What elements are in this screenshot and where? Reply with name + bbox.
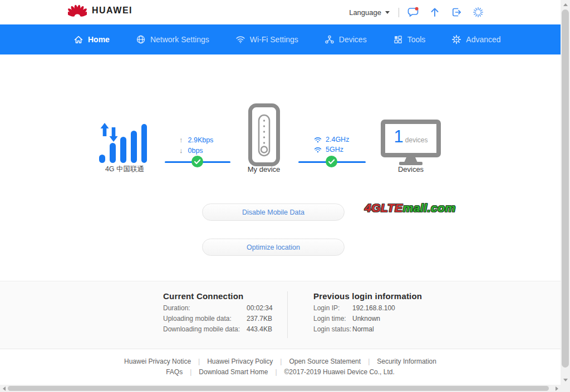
- device-count-unit: devices: [405, 136, 428, 144]
- logout-icon[interactable]: [450, 6, 463, 18]
- triangle-right-icon: [556, 386, 558, 391]
- footer-link-privacy-notice[interactable]: Huawei Privacy Notice: [124, 358, 191, 365]
- info-value: 00:02:34: [247, 305, 273, 311]
- tools-icon: [393, 34, 403, 44]
- device-count: 1: [394, 127, 404, 147]
- footer-links-row-2: FAQs | Download Smart Home | ©2017-2019 …: [166, 368, 395, 376]
- globe-icon: [136, 34, 146, 44]
- brand-name: HUAWEI: [92, 6, 132, 16]
- info-label: Duration:: [163, 305, 247, 311]
- triangle-down-icon: [563, 379, 568, 381]
- upload-speed-row: ↑ 2.9Kbps: [179, 136, 213, 144]
- language-selector[interactable]: Language: [349, 8, 390, 17]
- wifi-small-icon: [314, 137, 322, 143]
- info-row: Downloading mobile data: 443.4KB: [163, 326, 273, 333]
- horizontal-scrollbar-thumb[interactable]: [8, 386, 549, 391]
- message-icon[interactable]: [407, 6, 419, 18]
- nav-item-tools[interactable]: Tools: [393, 34, 426, 44]
- language-label: Language: [349, 8, 381, 17]
- previous-login-block: Previous login information Login IP: 192…: [313, 291, 422, 333]
- nav-item-home[interactable]: Home: [73, 34, 110, 44]
- nav-item-advanced[interactable]: Advanced: [451, 34, 500, 44]
- wifi-band-row: 5GHz: [314, 146, 349, 153]
- scroll-left-button[interactable]: [0, 385, 8, 392]
- upload-speed-value: 2.9Kbps: [188, 136, 214, 144]
- info-label: Login IP:: [313, 305, 352, 311]
- wifi-band-row: 2.4GHz: [314, 136, 349, 143]
- huawei-flower-icon: [68, 3, 87, 18]
- device-count-readout: 1 devices: [381, 127, 441, 147]
- footer-separator: |: [198, 358, 200, 365]
- info-row: Uploading mobile data: 237.7KB: [163, 315, 273, 322]
- scroll-down-button[interactable]: [561, 375, 570, 385]
- footer-separator: |: [280, 358, 282, 365]
- vertical-scrollbar[interactable]: [561, 0, 570, 385]
- scrollbar-corner: [561, 385, 570, 392]
- topbar-actions: Language: [349, 6, 484, 18]
- loading-icon[interactable]: [472, 6, 484, 18]
- triangle-up-icon: [563, 3, 568, 6]
- watermark: 4GLTEmall.com: [365, 201, 456, 215]
- check-icon: [191, 156, 203, 167]
- footer-link-open-source[interactable]: Open Source Statement: [289, 358, 361, 365]
- footer-links-row-1: Huawei Privacy Notice | Huawei Privacy P…: [124, 358, 436, 365]
- info-value: 443.4KB: [247, 326, 272, 333]
- footer-separator: |: [190, 368, 191, 376]
- info-value: Normal: [352, 326, 374, 333]
- gear-icon: [451, 34, 461, 44]
- footer-link-privacy-policy[interactable]: Huawei Privacy Policy: [207, 358, 273, 365]
- devices-tile[interactable]: 1 devices: [381, 120, 441, 166]
- info-label: Login status:: [313, 326, 352, 333]
- scroll-up-button[interactable]: [561, 0, 570, 9]
- footer-link-faqs[interactable]: FAQs: [166, 368, 183, 376]
- info-label: Login time:: [313, 315, 352, 322]
- info-label: Uploading mobile data:: [163, 315, 247, 322]
- home-icon: [73, 34, 83, 44]
- previous-login-title: Previous login information: [313, 291, 422, 301]
- footer-separator: |: [368, 358, 370, 365]
- info-value: 237.7KB: [247, 315, 272, 322]
- triangle-left-icon: [3, 386, 6, 391]
- download-speed-row: ↓ 0bps: [179, 146, 213, 155]
- wifi-icon: [235, 34, 245, 44]
- info-value: Unknown: [352, 315, 380, 322]
- watermark-suffix: mall.com: [403, 201, 456, 214]
- wifi-small-icon: [314, 147, 322, 153]
- info-divider: [287, 291, 288, 338]
- footer-link-download-smart-home[interactable]: Download Smart Home: [199, 368, 268, 376]
- info-value: 192.168.8.100: [352, 305, 395, 311]
- download-speed-value: 0bps: [188, 147, 203, 155]
- footer-link-security-info[interactable]: Security Information: [377, 358, 436, 365]
- info-row: Login IP: 192.168.8.100: [313, 305, 422, 311]
- wan-speed-readout: ↑ 2.9Kbps ↓ 0bps: [179, 136, 213, 155]
- huawei-logo: HUAWEI: [68, 3, 132, 18]
- horizontal-scrollbar[interactable]: [0, 385, 561, 392]
- chevron-down-icon: [385, 11, 390, 14]
- router-admin-page: HUAWEI Language: [0, 0, 570, 392]
- update-arrow-icon[interactable]: [429, 6, 441, 18]
- my-device-label: My device: [233, 165, 294, 173]
- devices-label: Devices: [383, 165, 439, 173]
- topbar-icon-group: [407, 6, 484, 18]
- info-row: Duration: 00:02:34: [163, 305, 273, 311]
- scroll-right-button[interactable]: [553, 385, 561, 392]
- wifi-band-24-label: 2.4GHz: [326, 136, 349, 143]
- nav-item-label: Devices: [339, 35, 367, 44]
- footer: Huawei Privacy Notice | Huawei Privacy P…: [0, 349, 561, 385]
- nav-item-label: Tools: [407, 35, 426, 44]
- footer-separator: |: [275, 368, 277, 376]
- signal-bars-icon: [99, 123, 147, 163]
- current-connection-block: Current Connection Duration: 00:02:34 Up…: [163, 291, 273, 333]
- nav-item-devices[interactable]: Devices: [325, 34, 367, 44]
- nav-item-label: Network Settings: [150, 35, 209, 44]
- nav-item-network-settings[interactable]: Network Settings: [136, 34, 209, 44]
- info-row: Login status: Normal: [313, 326, 422, 333]
- down-arrow-icon: ↓: [179, 146, 183, 155]
- info-row: Login time: Unknown: [313, 315, 422, 322]
- nav-item-label: Advanced: [466, 35, 500, 44]
- vertical-scrollbar-thumb[interactable]: [562, 9, 569, 368]
- disable-mobile-data-button[interactable]: Disable Mobile Data: [202, 204, 345, 221]
- nav-item-wifi-settings[interactable]: Wi-Fi Settings: [235, 34, 298, 44]
- optimize-location-button[interactable]: Optimize location: [202, 239, 345, 256]
- topbar-divider: [399, 8, 399, 17]
